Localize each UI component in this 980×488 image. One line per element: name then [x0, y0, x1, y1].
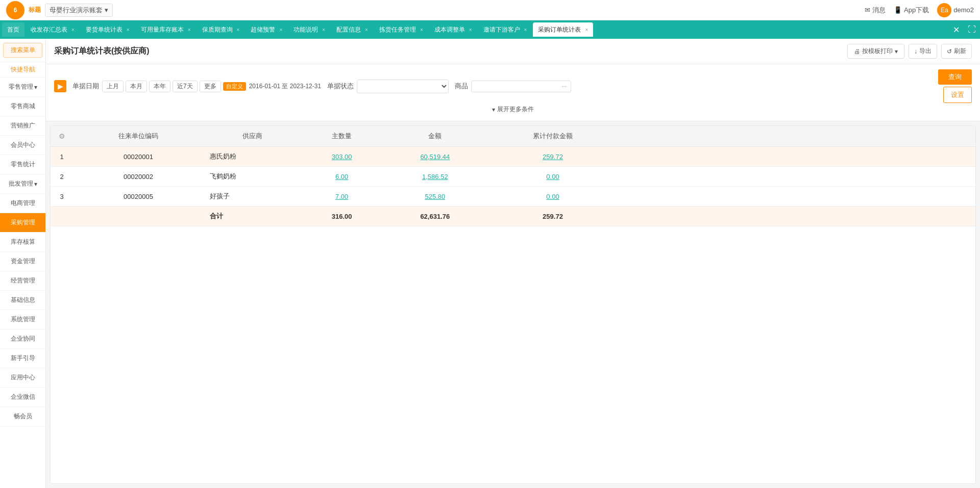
filter-btn-7days[interactable]: 近7天 — [173, 81, 198, 92]
search-menu-button[interactable]: 搜索菜单 — [3, 43, 42, 58]
tab-function-close[interactable]: × — [322, 27, 325, 33]
tab-invite[interactable]: 邀请下游客户 × — [478, 22, 532, 37]
sidebar-item-guide[interactable]: 新手引导 — [0, 349, 45, 368]
sidebar-item-ecommerce[interactable]: 电商管理 — [0, 194, 45, 213]
status-select-input[interactable] — [357, 80, 449, 93]
tab-validity-close[interactable]: × — [237, 27, 240, 33]
sidebar-item-retail-stat[interactable]: 零售统计 — [0, 155, 45, 174]
user-avatar[interactable]: Ea demo2 — [937, 3, 974, 17]
sidebar-item-finance[interactable]: 资金管理 — [0, 252, 45, 271]
tab-receipt-close[interactable]: × — [71, 27, 75, 33]
row-num: 2 — [51, 167, 73, 187]
export-button[interactable]: ↓ 导出 — [909, 44, 937, 59]
top-bar: 6 标题 母婴行业演示账套 ▾ ✉ 消息 📱 App下载 Ea demo2 — [0, 0, 980, 20]
nav-fullscreen-icon[interactable]: ⛶ — [966, 23, 978, 36]
tab-purchase-stat[interactable]: 采购订单统计表 × — [533, 22, 593, 37]
footer-amount: 62,631.76 — [383, 207, 487, 226]
tab-receipt[interactable]: 收发存汇总表 × — [26, 22, 80, 37]
chevron-down-icon: ▾ — [34, 84, 37, 91]
filter-date-group: 单据日期 上月 本月 本年 近7天 更多 自定义 2016-01-01 至 20… — [72, 81, 321, 92]
sidebar-item-operation[interactable]: 经营管理 — [0, 271, 45, 291]
tab-invite-close[interactable]: × — [524, 27, 527, 33]
filter-status-select — [357, 80, 449, 93]
product-input[interactable] — [476, 83, 561, 90]
chevron-down-icon-2: ▾ — [34, 181, 37, 188]
sidebar-item-basic-info[interactable]: 基础信息 — [0, 291, 45, 310]
tab-overstock[interactable]: 超储预警 × — [246, 22, 287, 37]
nav-close-icon[interactable]: ✕ — [951, 23, 962, 37]
filter-toggle-button[interactable]: ▶ — [54, 80, 66, 92]
sidebar-item-member[interactable]: 会员中心 — [0, 136, 45, 155]
filter-btn-this-month[interactable]: 本月 — [126, 81, 147, 92]
table-row: 2 00020002 飞鹤奶粉 6.00 1,586.52 0.00 — [51, 167, 975, 187]
row-supplier: 好孩子 — [204, 187, 301, 207]
sidebar-item-retail-shop[interactable]: 零售商城 — [0, 97, 45, 116]
tab-pick-task[interactable]: 拣货任务管理 × — [374, 22, 428, 37]
table-container: ⚙ 往来单位编码 供应商 主数量 金额 累计付款金额 1 00020001 — [50, 125, 976, 484]
tab-purchase-stat-close[interactable]: × — [585, 27, 588, 33]
sidebar-item-wechat[interactable]: 企业微信 — [0, 388, 45, 407]
tab-order-stat-close[interactable]: × — [127, 27, 130, 33]
print-button[interactable]: 🖨 按模板打印 ▾ — [847, 44, 904, 59]
filter-custom-tag[interactable]: 自定义 — [223, 82, 246, 91]
sidebar-item-marketing[interactable]: 营销推广 — [0, 116, 45, 136]
sidebar-item-retail[interactable]: 零售管理 ▾ — [0, 78, 45, 97]
tab-config-close[interactable]: × — [365, 27, 368, 33]
quick-nav-button[interactable]: 快捷导航 — [0, 62, 45, 78]
sidebar-item-app-center[interactable]: 应用中心 — [0, 368, 45, 388]
tab-overstock-close[interactable]: × — [279, 27, 282, 33]
sidebar-item-member2[interactable]: 畅会员 — [0, 407, 45, 426]
filter-status-group: 单据状态 — [327, 80, 449, 93]
sidebar-item-inventory-check[interactable]: 库存核算 — [0, 233, 45, 252]
row-paid: 0.00 — [487, 187, 618, 207]
filter-product-group: 商品 ··· — [455, 81, 571, 92]
tab-function[interactable]: 功能说明 × — [288, 22, 330, 37]
row-supplier: 惠氏奶粉 — [204, 147, 301, 167]
store-selector[interactable]: 母婴行业演示账套 ▾ — [45, 4, 113, 17]
chevron-down-icon-3: ▾ — [492, 106, 495, 113]
sidebar-search-section: 搜索菜单 — [0, 39, 45, 62]
col-header-paid: 累计付款金额 — [487, 126, 618, 147]
sidebar-item-enterprise[interactable]: 企业协同 — [0, 329, 45, 349]
message-button[interactable]: ✉ 消息 — [865, 6, 886, 15]
settings-button[interactable]: 设置 — [943, 87, 972, 103]
row-qty: 303.00 — [301, 147, 383, 167]
row-code: 00020001 — [73, 147, 204, 167]
tab-function-label: 功能说明 — [293, 25, 318, 34]
filter-status-label: 单据状态 — [327, 82, 354, 91]
app-download-button[interactable]: 📱 App下载 — [894, 6, 929, 15]
page-header-actions: 🖨 按模板打印 ▾ ↓ 导出 ↺ 刷新 — [847, 44, 972, 64]
row-code: 00020002 — [73, 167, 204, 187]
brand-name: 标题 — [29, 6, 41, 14]
tab-cost-adj-close[interactable]: × — [469, 27, 472, 33]
expand-more-button[interactable]: ▾ 展开更多条件 — [54, 103, 972, 116]
app-icon: 📱 — [894, 6, 902, 14]
sidebar-item-purchase[interactable]: 采购管理 — [0, 213, 45, 233]
filter-section: ▶ 单据日期 上月 本月 本年 近7天 更多 自定义 2016-01-01 至 … — [46, 64, 980, 121]
export-icon: ↓ — [914, 48, 917, 55]
filter-btn-last-month[interactable]: 上月 — [102, 81, 124, 92]
tab-home[interactable]: 首页 — [2, 22, 24, 37]
tab-validity[interactable]: 保质期查询 × — [197, 22, 245, 37]
sidebar-item-wholesale[interactable]: 批发管理 ▾ — [0, 174, 45, 194]
filter-btn-this-year[interactable]: 本年 — [149, 81, 170, 92]
tab-config[interactable]: 配置信息 × — [331, 22, 373, 37]
table-row: 1 00020001 惠氏奶粉 303.00 60,519.44 259.72 — [51, 147, 975, 167]
avatar-initials: Ea — [941, 7, 948, 14]
query-button[interactable]: 查询 — [938, 69, 972, 85]
tab-inventory[interactable]: 可用量库存账本 × — [136, 22, 196, 37]
row-amount: 525.80 — [383, 187, 487, 207]
tab-cost-adj[interactable]: 成本调整单 × — [429, 22, 477, 37]
tab-order-stat[interactable]: 要货单统计表 × — [81, 22, 135, 37]
table-footer-row: 合计 316.00 62,631.76 259.72 — [51, 207, 975, 226]
tab-pick-task-label: 拣货任务管理 — [379, 25, 416, 34]
table-settings-icon[interactable]: ⚙ — [57, 131, 67, 141]
print-dropdown-icon: ▾ — [895, 48, 898, 55]
sidebar-item-sys-mgmt[interactable]: 系统管理 — [0, 310, 45, 329]
tab-inventory-close[interactable]: × — [188, 27, 191, 33]
row-code: 00020005 — [73, 187, 204, 207]
product-more-icon[interactable]: ··· — [561, 83, 567, 90]
refresh-button[interactable]: ↺ 刷新 — [941, 44, 972, 59]
filter-btn-more[interactable]: 更多 — [200, 81, 221, 92]
tab-pick-task-close[interactable]: × — [420, 27, 423, 33]
